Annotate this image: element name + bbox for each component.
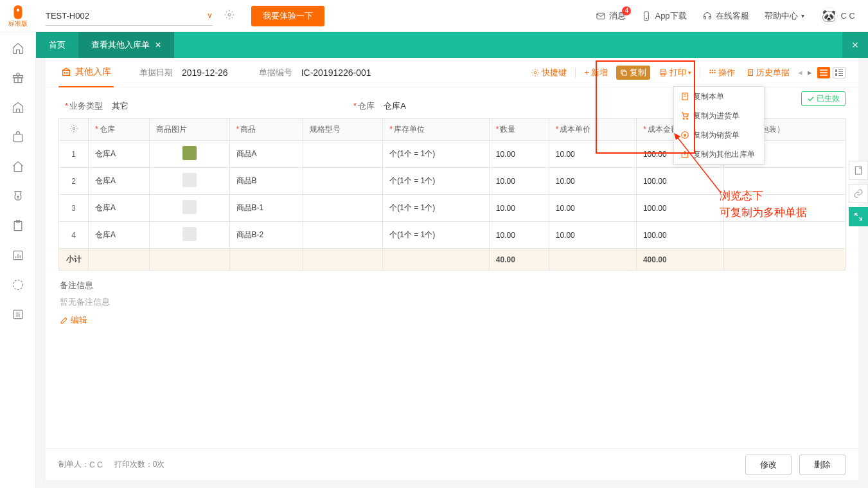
- print-button[interactable]: 打印 ▾: [655, 65, 695, 80]
- svg-rect-19: [661, 73, 665, 76]
- cell-product: 商品B-1: [229, 195, 303, 222]
- cell-image: [150, 222, 229, 249]
- row-number: 4: [59, 222, 89, 249]
- row-number: 1: [59, 141, 89, 168]
- delete-button[interactable]: 删除: [799, 455, 846, 475]
- svg-point-11: [13, 280, 22, 290]
- tab-current-label: 查看其他入库单: [91, 39, 150, 51]
- chevron-down-icon: ▾: [801, 12, 804, 19]
- nav-gift-icon[interactable]: [12, 71, 24, 84]
- edit-icon: [60, 316, 68, 325]
- customer-service-link[interactable]: 在线客服: [702, 10, 749, 22]
- sidebar: 新: [0, 32, 36, 488]
- messages-link[interactable]: 消息 4: [596, 10, 626, 22]
- new-label: 新增: [591, 67, 608, 78]
- help-label: 帮助中心: [765, 10, 798, 22]
- print-count-label: 打印次数：: [114, 459, 153, 470]
- prev-arrow-icon[interactable]: ◂: [798, 68, 802, 77]
- biz-value: 其它: [112, 100, 128, 112]
- float-link-button[interactable]: [849, 184, 868, 203]
- help-link[interactable]: 帮助中心 ▾: [765, 10, 804, 22]
- shortcut-button[interactable]: 快捷键: [527, 65, 570, 80]
- new-button[interactable]: + 新增: [581, 65, 611, 80]
- svg-point-35: [687, 118, 688, 120]
- nav-money-icon[interactable]: [12, 190, 24, 203]
- svg-rect-32: [838, 75, 843, 76]
- dd-copy-sales[interactable]: 复制为销货单: [674, 125, 764, 145]
- tab-current[interactable]: 查看其他入库单 ✕: [78, 32, 174, 58]
- expand-icon: [853, 212, 864, 222]
- nav-warehouse-icon[interactable]: [12, 101, 24, 114]
- next-arrow-icon[interactable]: ▸: [808, 68, 812, 77]
- nav-report-icon[interactable]: [12, 249, 24, 262]
- field-biz-type: *业务类型 其它: [65, 100, 128, 112]
- cell-unit: 个(1个 = 1个): [383, 222, 490, 249]
- dd-copy-this[interactable]: 复制本单: [674, 87, 764, 106]
- svg-point-4: [646, 18, 647, 19]
- tenant-selector[interactable]: TEST-H002 ∨: [46, 6, 213, 26]
- col-settings[interactable]: [59, 119, 89, 141]
- cell-qty: 10.00: [489, 141, 549, 168]
- col-warehouse: *仓库: [89, 119, 150, 141]
- user-menu[interactable]: 🐼 C C: [820, 7, 855, 25]
- history-button[interactable]: 历史单据: [743, 65, 793, 80]
- row-number: 3: [59, 195, 89, 222]
- nav-new-icon[interactable]: 新: [12, 308, 24, 321]
- remark-title: 备注信息: [60, 280, 844, 291]
- check-icon: [807, 95, 815, 103]
- nav-sync-icon[interactable]: [12, 278, 24, 291]
- app-download-link[interactable]: App下载: [641, 10, 686, 22]
- dd-label: 复制为进货单: [693, 111, 740, 122]
- cell-qty: 10.00: [489, 195, 549, 222]
- subtotal-row: 小计40.00400.00: [59, 249, 846, 271]
- tab-home[interactable]: 首页: [36, 32, 78, 58]
- copy-button[interactable]: 复制: [616, 66, 650, 80]
- svg-point-0: [17, 8, 19, 11]
- svg-rect-23: [710, 72, 711, 73]
- float-expand-button[interactable]: [849, 207, 868, 226]
- separator: [575, 68, 576, 78]
- close-icon[interactable]: ✕: [155, 41, 161, 50]
- list-view-toggle[interactable]: [817, 67, 830, 78]
- separator: [700, 68, 700, 78]
- card-view-toggle[interactable]: [833, 67, 846, 78]
- nav-clipboard-icon[interactable]: [12, 219, 24, 232]
- dd-copy-outbound[interactable]: 复制为其他出库单: [674, 145, 764, 164]
- dd-copy-purchase[interactable]: 复制为进货单: [674, 106, 764, 125]
- date-label: 单据日期: [139, 67, 173, 78]
- dd-label: 复制为销货单: [693, 130, 740, 141]
- biz-label: 业务类型: [69, 101, 103, 111]
- cell-image: [150, 195, 229, 222]
- cell-qty: 10.00: [489, 168, 549, 195]
- money-icon: [680, 131, 689, 140]
- cell-warehouse: 仓库A: [89, 141, 150, 168]
- float-note-button[interactable]: [849, 161, 868, 180]
- logo[interactable]: 标准版: [0, 0, 36, 32]
- operations-button[interactable]: 操作: [705, 65, 738, 80]
- history-label: 历史单据: [756, 67, 790, 78]
- table-row[interactable]: 4 仓库A 商品B-2 个(1个 = 1个) 10.00 10.00 100.0…: [59, 222, 846, 249]
- status-badge: 已生效: [801, 91, 846, 106]
- plus-icon: +: [584, 68, 589, 77]
- copy-icon: [620, 69, 628, 77]
- card-title: 其他入库: [75, 66, 111, 78]
- wh-value: 仓库A: [384, 100, 406, 112]
- close-all-tabs[interactable]: [842, 32, 868, 58]
- edit-remark-button[interactable]: 编辑: [60, 314, 844, 326]
- cell-product: 商品B-2: [229, 222, 303, 249]
- card-tab[interactable]: 其他入库: [58, 58, 114, 87]
- modify-button[interactable]: 修改: [745, 455, 792, 475]
- svg-point-38: [73, 127, 75, 130]
- copy-dropdown: 复制本单 复制为进货单 复制为销货单 复制为其他出库单: [673, 86, 765, 165]
- nav-home-icon[interactable]: [12, 42, 24, 55]
- tenant-name: TEST-H002: [46, 11, 89, 21]
- creator-value: C C: [89, 460, 103, 469]
- remark-placeholder: 暂无备注信息: [60, 296, 844, 308]
- nav-house-icon[interactable]: [12, 160, 24, 173]
- experience-button[interactable]: 我要体验一下: [251, 6, 324, 26]
- svg-rect-24: [712, 72, 713, 73]
- nav-bag-icon[interactable]: [12, 131, 24, 143]
- svg-point-1: [228, 14, 231, 16]
- settings-icon[interactable]: [224, 10, 235, 22]
- creator-label: 制单人：: [58, 459, 89, 470]
